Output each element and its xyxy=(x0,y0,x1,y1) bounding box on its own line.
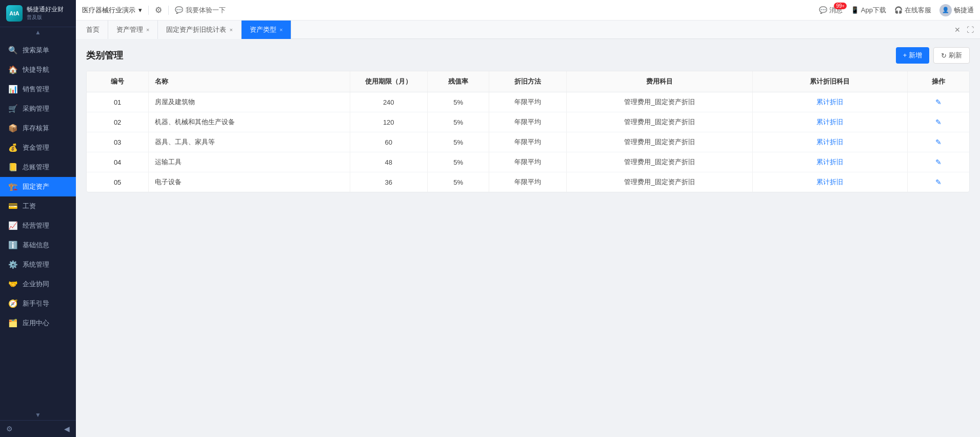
tab-asset-type[interactable]: 资产类型× xyxy=(242,21,291,39)
sidebar-label-inventory: 库存核算 xyxy=(23,124,49,133)
sidebar-label-app-center: 应用中心 xyxy=(23,319,49,328)
tab-label-asset-type: 资产类型 xyxy=(250,25,276,34)
company-selector[interactable]: 医疗器械行业演示 ▾ xyxy=(82,6,142,15)
table-row: 01 房屋及建筑物 240 5% 年限平均 管理费用_固定资产折旧 累计折旧 ✎ xyxy=(87,92,969,112)
sidebar-item-operations[interactable]: 📈 经营管理 xyxy=(0,216,76,235)
sidebar-item-enterprise[interactable]: 🤝 企业协同 xyxy=(0,274,76,294)
cell-code-3: 04 xyxy=(87,152,149,172)
search-icon: 🔍 xyxy=(8,46,17,55)
tab-close-depreciation-table[interactable]: × xyxy=(229,27,232,33)
cell-residual-4: 5% xyxy=(427,172,489,192)
sidebar-item-payroll[interactable]: 💳 工资 xyxy=(0,196,76,216)
cell-expense-4: 管理费用_固定资产折旧 xyxy=(567,172,752,192)
main-area: 医疗器械行业演示 ▾ ⚙ 💬 我要体验一下 💬 消息 99+ 📱 App下载 🎧 xyxy=(76,0,980,437)
cell-code-1: 02 xyxy=(87,112,149,132)
table-header: 编号名称使用期限（月）残值率折旧方法费用科目累计折旧科目操作 xyxy=(87,71,969,92)
customer-service-icon: 🎧 xyxy=(894,6,903,14)
tab-home[interactable]: 首页 xyxy=(76,21,108,39)
sidebar-item-basic-info[interactable]: ℹ️ 基础信息 xyxy=(0,235,76,255)
topbar-settings-icon[interactable]: ⚙ xyxy=(155,5,162,15)
scroll-up-icon[interactable]: ▲ xyxy=(35,29,41,36)
sidebar-item-guide[interactable]: 🧭 新手引导 xyxy=(0,294,76,313)
quick-nav-icon: 🏠 xyxy=(8,65,17,74)
refresh-icon: ↻ xyxy=(941,52,947,59)
settings-icon[interactable]: ⚙ xyxy=(6,425,13,433)
edit-icon-0[interactable]: ✎ xyxy=(935,98,942,106)
app-center-icon: 🗂️ xyxy=(8,319,17,328)
sidebar-label-basic-info: 基础信息 xyxy=(23,241,49,250)
topbar-right: 💬 消息 99+ 📱 App下载 🎧 在线客服 👤 畅捷通 xyxy=(819,4,974,16)
enterprise-icon: 🤝 xyxy=(8,280,17,289)
messages-button[interactable]: 💬 消息 99+ xyxy=(819,6,843,15)
cell-name-1: 机器、机械和其他生产设备 xyxy=(149,112,350,132)
user-label: 畅捷通 xyxy=(954,6,974,15)
edit-icon-4[interactable]: ✎ xyxy=(935,178,942,186)
cell-months-4: 36 xyxy=(350,172,427,192)
customer-service-button[interactable]: 🎧 在线客服 xyxy=(894,6,931,15)
cell-action-3[interactable]: ✎ xyxy=(907,152,969,172)
cell-method-0: 年限平均 xyxy=(489,92,567,112)
sidebar-item-search[interactable]: 🔍 搜索菜单 xyxy=(0,41,76,60)
topbar-divider-2 xyxy=(168,6,169,15)
edit-icon-2[interactable]: ✎ xyxy=(935,138,942,146)
collapse-icon[interactable]: ◀ xyxy=(64,425,70,433)
edit-icon-1[interactable]: ✎ xyxy=(935,118,942,126)
cell-action-4[interactable]: ✎ xyxy=(907,172,969,192)
sidebar-item-quick-nav[interactable]: 🏠 快捷导航 xyxy=(0,60,76,80)
cell-action-1[interactable]: ✎ xyxy=(907,112,969,132)
new-button[interactable]: + 新增 xyxy=(896,47,929,64)
sidebar-label-guide: 新手引导 xyxy=(23,299,49,308)
cell-accum-4: 累计折旧 xyxy=(752,172,907,192)
company-label: 医疗器械行业演示 xyxy=(82,6,135,15)
sidebar-item-ledger[interactable]: 📒 总账管理 xyxy=(0,157,76,177)
refresh-button[interactable]: ↻ 刷新 xyxy=(933,47,970,64)
user-button[interactable]: 👤 畅捷通 xyxy=(939,4,974,16)
cell-code-0: 01 xyxy=(87,92,149,112)
sidebar-footer: ⚙ ◀ xyxy=(0,420,76,437)
tab-close-assets-mgmt[interactable]: × xyxy=(146,27,149,33)
close-tab-action[interactable]: ✕ xyxy=(952,24,963,36)
edit-icon-3[interactable]: ✎ xyxy=(935,158,942,166)
dropdown-icon: ▾ xyxy=(138,6,142,14)
col-header-费用科目: 费用科目 xyxy=(567,71,752,92)
avatar: 👤 xyxy=(939,4,952,16)
table-row: 05 电子设备 36 5% 年限平均 管理费用_固定资产折旧 累计折旧 ✎ xyxy=(87,172,969,192)
tab-assets-mgmt[interactable]: 资产管理× xyxy=(108,21,158,39)
header-row: 编号名称使用期限（月）残值率折旧方法费用科目累计折旧科目操作 xyxy=(87,71,969,92)
topbar-divider-1 xyxy=(148,6,149,15)
system-icon: ⚙️ xyxy=(8,260,17,269)
app-download-button[interactable]: 📱 App下载 xyxy=(851,6,886,15)
fixed-assets-icon: 🏗️ xyxy=(8,182,17,191)
sidebar-item-purchase[interactable]: 🛒 采购管理 xyxy=(0,99,76,118)
sidebar-label-enterprise: 企业协同 xyxy=(23,280,49,289)
cell-action-0[interactable]: ✎ xyxy=(907,92,969,112)
scroll-down-area: ▼ xyxy=(0,410,76,420)
cell-action-2[interactable]: ✎ xyxy=(907,132,969,152)
basic-info-icon: ℹ️ xyxy=(8,241,17,250)
tab-depreciation-table[interactable]: 固定资产折旧统计表× xyxy=(158,21,241,39)
sidebar-item-sales[interactable]: 📊 销售管理 xyxy=(0,80,76,99)
user-icon: 👤 xyxy=(942,7,949,13)
sidebar-item-fixed-assets[interactable]: 🏗️ 固定资产 xyxy=(0,177,76,196)
messages-icon: 💬 xyxy=(819,6,827,14)
cell-months-3: 48 xyxy=(350,152,427,172)
scroll-down-icon[interactable]: ▼ xyxy=(35,411,41,419)
col-header-折旧方法: 折旧方法 xyxy=(489,71,567,92)
trial-button[interactable]: 💬 我要体验一下 xyxy=(175,6,226,15)
sidebar-label-ledger: 总账管理 xyxy=(23,163,49,172)
logo-icon: AtA xyxy=(6,5,23,22)
expand-tab-action[interactable]: ⛶ xyxy=(965,24,976,36)
cell-name-2: 器具、工具、家具等 xyxy=(149,132,350,152)
page-title: 类别管理 xyxy=(86,49,123,62)
sidebar-item-inventory[interactable]: 📦 库存核算 xyxy=(0,118,76,138)
cell-method-1: 年限平均 xyxy=(489,112,567,132)
tab-close-asset-type[interactable]: × xyxy=(279,27,283,33)
sidebar-item-funds[interactable]: 💰 资金管理 xyxy=(0,138,76,157)
table-body: 01 房屋及建筑物 240 5% 年限平均 管理费用_固定资产折旧 累计折旧 ✎… xyxy=(87,92,969,192)
header-actions: + 新增 ↻ 刷新 xyxy=(896,47,970,64)
cell-accum-2: 累计折旧 xyxy=(752,132,907,152)
cell-residual-3: 5% xyxy=(427,152,489,172)
sidebar-item-app-center[interactable]: 🗂️ 应用中心 xyxy=(0,313,76,333)
sidebar-label-fixed-assets: 固定资产 xyxy=(23,182,49,191)
sidebar-item-system[interactable]: ⚙️ 系统管理 xyxy=(0,255,76,274)
